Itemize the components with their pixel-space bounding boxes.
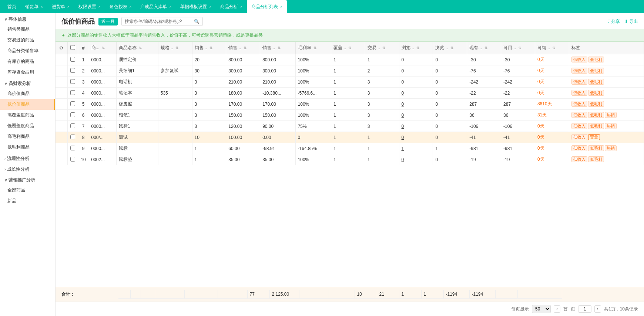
- col-sale1[interactable]: 销售... ⇅: [192, 42, 226, 54]
- browse-value[interactable]: 1: [402, 146, 404, 151]
- sidebar-item-low-coverage[interactable]: 低覆盖度商品: [0, 120, 55, 131]
- col-checkbox[interactable]: [67, 42, 78, 54]
- nav-item-role[interactable]: 角色授权 ×: [105, 0, 136, 13]
- browse-value[interactable]: 0: [402, 91, 404, 96]
- browse-value[interactable]: 0: [402, 124, 404, 129]
- sidebar-item-category-rate[interactable]: 商品分类销售率: [0, 45, 55, 56]
- close-icon[interactable]: ×: [98, 5, 101, 9]
- row-checkbox[interactable]: [67, 132, 78, 143]
- row-select-checkbox[interactable]: [70, 123, 75, 128]
- sidebar-item-stock-goods[interactable]: 有库存的商品: [0, 56, 55, 67]
- nav-item-home[interactable]: 首页: [3, 0, 21, 13]
- col-browse2[interactable]: 浏览... ⇅: [433, 42, 467, 54]
- close-icon[interactable]: ×: [240, 5, 242, 9]
- sidebar-item-stock-capital[interactable]: 库存资金占用: [0, 67, 55, 78]
- row-browse1[interactable]: 0: [399, 65, 433, 77]
- share-button[interactable]: ⤴ 分享: [608, 18, 620, 25]
- col-sale3[interactable]: 销售... ⇅: [260, 42, 295, 54]
- row-select-checkbox[interactable]: [70, 68, 75, 73]
- sidebar-item-low-margin[interactable]: 低毛利商品: [0, 142, 55, 153]
- row-checkbox[interactable]: [67, 65, 78, 77]
- col-cover[interactable]: 覆盖... ⇅: [331, 42, 365, 54]
- row-browse1[interactable]: 0: [399, 132, 433, 143]
- sidebar-group-financial[interactable]: ∨ 员财索分析: [0, 78, 55, 88]
- search-icon[interactable]: 🔍: [194, 19, 199, 24]
- close-icon[interactable]: ×: [209, 5, 211, 9]
- sidebar-item-traded-goods[interactable]: 交易过的商品: [0, 35, 55, 45]
- browse-value[interactable]: 0: [402, 68, 404, 74]
- table-wrapper[interactable]: ⚙ # 商... ⇅ 商品名称 ⇅ 规格... ⇅ 销售... ⇅ 销售... …: [56, 42, 644, 287]
- close-icon[interactable]: ×: [67, 5, 70, 9]
- nav-item-sales[interactable]: 销货单 ×: [21, 0, 47, 13]
- export-button[interactable]: ⬇ 导出: [624, 18, 638, 25]
- row-select-checkbox[interactable]: [70, 101, 75, 106]
- browse-value[interactable]: 0: [402, 135, 404, 140]
- nav-item-purchase[interactable]: 进货单 ×: [47, 0, 74, 13]
- row-select-checkbox[interactable]: [70, 157, 75, 162]
- sidebar-item-new-goods[interactable]: 新品: [0, 196, 55, 206]
- col-sale2[interactable]: 销售... ⇅: [226, 42, 260, 54]
- first-page-button[interactable]: ‹: [554, 305, 560, 313]
- nav-item-analysis[interactable]: 商品分析 ×: [216, 0, 247, 13]
- row-checkbox[interactable]: [67, 88, 78, 99]
- sidebar-group-overview[interactable]: ∨ 整体信息: [0, 13, 55, 24]
- row-checkbox[interactable]: [67, 121, 78, 132]
- sidebar-item-high-margin[interactable]: 高毛利商品: [0, 131, 55, 142]
- row-checkbox[interactable]: [67, 54, 78, 65]
- col-current[interactable]: 现有... ⇅: [467, 42, 501, 54]
- nav-item-permission[interactable]: 权限设置 ×: [74, 0, 105, 13]
- row-select-checkbox[interactable]: [70, 135, 75, 139]
- row-browse1[interactable]: 0: [399, 110, 433, 121]
- row-browse1[interactable]: 0: [399, 54, 433, 65]
- period-tag-button[interactable]: 近一月: [98, 18, 118, 26]
- close-icon[interactable]: ×: [280, 5, 282, 9]
- row-browse1[interactable]: 0: [399, 121, 433, 132]
- row-select-checkbox[interactable]: [70, 112, 75, 117]
- next-page-button[interactable]: ›: [594, 305, 601, 313]
- sidebar-item-sales-goods[interactable]: 销售类商品: [0, 24, 55, 35]
- nav-item-analysis-list[interactable]: 商品分析列表 ×: [247, 0, 287, 13]
- select-all-checkbox[interactable]: [70, 45, 75, 50]
- col-settings[interactable]: ⚙: [56, 42, 67, 54]
- browse-value[interactable]: 0: [402, 57, 404, 62]
- row-checkbox[interactable]: [67, 99, 78, 110]
- nav-item-template[interactable]: 单据模板设置 ×: [176, 0, 216, 13]
- row-browse1[interactable]: 1: [399, 143, 433, 154]
- col-available[interactable]: 可用... ⇅: [501, 42, 535, 54]
- row-select-checkbox[interactable]: [70, 57, 75, 62]
- sidebar-item-high-coverage[interactable]: 高覆盖度商品: [0, 110, 55, 120]
- sidebar-item-all-goods[interactable]: 全部商品: [0, 185, 55, 196]
- row-browse1[interactable]: 0: [399, 77, 433, 88]
- col-name[interactable]: 商品名称 ⇅: [116, 42, 158, 54]
- sidebar-group-growth[interactable]: › 成长性分析: [0, 163, 55, 174]
- col-browse1[interactable]: 浏览... ⇅: [399, 42, 433, 54]
- per-page-select[interactable]: 50 100 200: [532, 305, 551, 313]
- sidebar-group-circulation[interactable]: › 流通性分析: [0, 153, 55, 163]
- row-checkbox[interactable]: [67, 143, 78, 154]
- row-browse1[interactable]: 0: [399, 154, 433, 165]
- col-code[interactable]: 商... ⇅: [89, 42, 116, 54]
- sidebar-item-low-value[interactable]: 低价值商品: [0, 99, 55, 110]
- browse-value[interactable]: 0: [402, 79, 404, 85]
- row-select-checkbox[interactable]: [70, 146, 75, 150]
- close-icon[interactable]: ×: [169, 5, 171, 9]
- row-select-checkbox[interactable]: [70, 90, 75, 95]
- row-checkbox[interactable]: [67, 110, 78, 121]
- sidebar-group-marketing[interactable]: ∨ 营销推广分析: [0, 174, 55, 185]
- col-trade[interactable]: 交易... ⇅: [365, 42, 399, 54]
- browse-value[interactable]: 0: [402, 157, 404, 162]
- close-icon[interactable]: ×: [41, 5, 43, 9]
- browse-value[interactable]: 0: [402, 113, 404, 118]
- row-browse1[interactable]: 0: [399, 88, 433, 99]
- col-spec[interactable]: 规格... ⇅: [158, 42, 192, 54]
- page-number-input[interactable]: [578, 305, 591, 313]
- row-select-checkbox[interactable]: [70, 79, 75, 84]
- close-icon[interactable]: ×: [130, 5, 132, 9]
- col-margin[interactable]: 毛利率 ⇅: [295, 42, 331, 54]
- row-checkbox[interactable]: [67, 77, 78, 88]
- sidebar-item-high-value[interactable]: 高价值商品: [0, 88, 55, 99]
- search-input[interactable]: [125, 19, 192, 24]
- nav-item-warehouse[interactable]: 产成品入库单 ×: [136, 0, 176, 13]
- row-browse1[interactable]: 0: [399, 99, 433, 110]
- row-checkbox[interactable]: [67, 154, 78, 165]
